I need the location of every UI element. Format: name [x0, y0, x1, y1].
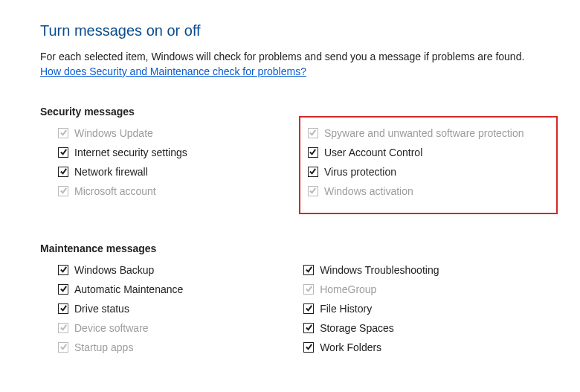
security-section: Windows UpdateInternet security settings…	[40, 128, 558, 214]
help-link[interactable]: How does Security and Maintenance check …	[40, 65, 306, 77]
checkbox-item-microsoft-account: Microsoft account	[58, 186, 308, 196]
checkbox-internet-security-settings[interactable]	[58, 147, 68, 158]
checkbox-item-user-account-control: User Account Control	[308, 147, 549, 158]
checkbox-item-virus-protection: Virus protection	[308, 167, 549, 177]
checkbox-label: Windows activation	[324, 186, 413, 196]
checkbox-item-windows-backup: Windows Backup	[58, 265, 303, 275]
checkbox-label: Microsoft account	[74, 186, 156, 196]
checkbox-spyware-and-unwanted-software-protection	[308, 128, 318, 138]
checkbox-windows-update	[58, 128, 68, 138]
checkbox-label: Drive status	[74, 303, 129, 314]
checkbox-label: Automatic Maintenance	[74, 284, 183, 295]
checkbox-label: Work Folders	[320, 342, 381, 353]
checkbox-item-automatic-maintenance: Automatic Maintenance	[58, 284, 303, 295]
checkbox-work-folders[interactable]	[303, 342, 314, 353]
maintenance-left-column: Windows BackupAutomatic MaintenanceDrive…	[58, 265, 303, 353]
checkbox-item-startup-apps: Startup apps	[58, 342, 303, 353]
checkbox-file-history[interactable]	[303, 303, 314, 314]
checkbox-item-windows-update: Windows Update	[58, 128, 308, 138]
checkbox-item-windows-activation: Windows activation	[308, 186, 549, 196]
maintenance-section: Windows BackupAutomatic MaintenanceDrive…	[40, 265, 558, 353]
checkbox-network-firewall[interactable]	[58, 167, 68, 177]
checkbox-label: Windows Troubleshooting	[320, 265, 439, 275]
checkbox-windows-troubleshooting[interactable]	[303, 265, 314, 275]
checkbox-device-software	[58, 323, 68, 333]
maintenance-right-column: Windows TroubleshootingHomeGroupFile His…	[303, 265, 558, 353]
checkbox-virus-protection[interactable]	[308, 167, 318, 177]
checkbox-windows-activation	[308, 186, 318, 196]
page-description: For each selected item, Windows will che…	[40, 50, 558, 64]
checkbox-label: Virus protection	[324, 167, 396, 177]
checkbox-item-work-folders: Work Folders	[303, 342, 558, 353]
security-right-column-highlight: Spyware and unwanted software protection…	[299, 116, 558, 214]
checkbox-item-storage-spaces: Storage Spaces	[303, 323, 558, 333]
checkbox-item-drive-status: Drive status	[58, 303, 303, 314]
security-left-column: Windows UpdateInternet security settings…	[58, 128, 308, 214]
checkbox-microsoft-account	[58, 186, 68, 196]
checkbox-item-spyware-and-unwanted-software-protection: Spyware and unwanted software protection	[308, 128, 549, 138]
checkbox-label: User Account Control	[324, 147, 422, 158]
checkbox-item-internet-security-settings: Internet security settings	[58, 147, 308, 158]
checkbox-label: Windows Backup	[74, 265, 154, 275]
checkbox-item-windows-troubleshooting: Windows Troubleshooting	[303, 265, 558, 275]
checkbox-label: Storage Spaces	[320, 323, 394, 333]
checkbox-homegroup	[303, 284, 314, 295]
checkbox-item-network-firewall: Network firewall	[58, 167, 308, 177]
checkbox-item-file-history: File History	[303, 303, 558, 314]
checkbox-label: Spyware and unwanted software protection	[324, 128, 524, 138]
checkbox-item-homegroup: HomeGroup	[303, 284, 558, 295]
checkbox-windows-backup[interactable]	[58, 265, 68, 275]
checkbox-label: Device software	[74, 323, 149, 333]
checkbox-label: Windows Update	[74, 128, 153, 138]
checkbox-drive-status[interactable]	[58, 303, 68, 314]
checkbox-automatic-maintenance[interactable]	[58, 284, 68, 295]
checkbox-label: Network firewall	[74, 167, 148, 177]
checkbox-label: File History	[320, 303, 372, 314]
checkbox-label: HomeGroup	[320, 284, 376, 295]
page-title: Turn messages on or off	[40, 22, 558, 39]
maintenance-section-title: Maintenance messages	[40, 242, 558, 254]
checkbox-storage-spaces[interactable]	[303, 323, 314, 333]
checkbox-item-device-software: Device software	[58, 323, 303, 333]
checkbox-label: Internet security settings	[74, 147, 187, 158]
checkbox-label: Startup apps	[74, 342, 133, 353]
checkbox-startup-apps	[58, 342, 68, 353]
checkbox-user-account-control[interactable]	[308, 147, 318, 158]
